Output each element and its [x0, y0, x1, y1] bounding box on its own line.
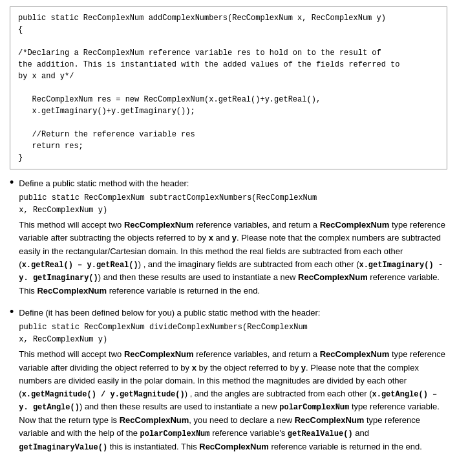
bullet-item-1: • Define a public static method with the…	[10, 177, 447, 298]
bold-span: y	[232, 233, 237, 243]
bullet-marker-1: •	[10, 176, 14, 189]
header-line2-1: x, RecComplexNum y)	[19, 204, 447, 217]
header-line2-2: x, RecComplexNum y)	[19, 334, 447, 346]
bold-code-span: polarComplexNum	[140, 429, 210, 438]
bullet-content-1: Define a public static method with the h…	[19, 177, 447, 298]
code-block: public static RecComplexNum addComplexNu…	[10, 6, 447, 169]
bold-code-span: x.getReal() – y.getReal()	[22, 261, 138, 270]
bullet-marker-2: •	[10, 305, 14, 319]
define-text-2: Define (it has been defined below for yo…	[19, 307, 447, 319]
bold-code-span: getRealValue()	[288, 429, 353, 438]
code-line-1: public static RecComplexNum addComplexNu…	[18, 14, 400, 162]
bold-span: RecComplexNum	[124, 349, 194, 359]
bold-span: RecComplexNum	[295, 415, 365, 425]
bullet-item-2: • Define (it has been defined below for …	[10, 307, 447, 453]
bold-span: y	[301, 363, 306, 373]
header-line1-2: public static RecComplexNum divideComple…	[19, 321, 447, 334]
bold-code-span: x.getMagnitude() / y.getMagnitude()	[22, 390, 185, 399]
bold-code-span: polarComplexNum	[279, 403, 349, 412]
bold-span: RecComplexNum	[120, 415, 189, 425]
define-text-1: Define a public static method with the h…	[19, 177, 447, 190]
bold-span: x	[192, 363, 197, 373]
bold-span: RecComplexNum	[199, 442, 269, 451]
body-text-1: This method will accept two RecComplexNu…	[19, 219, 447, 298]
bold-span: x	[209, 233, 213, 243]
bold-span: RecComplexNum	[320, 349, 390, 359]
bold-span: RecComplexNum	[298, 272, 368, 282]
bold-span: RecComplexNum	[37, 286, 107, 296]
bullet-content-2: Define (it has been defined below for yo…	[19, 307, 447, 453]
body-text-2: This method will accept two RecComplexNu…	[19, 348, 447, 453]
bold-span: RecComplexNum	[124, 220, 194, 230]
header-line1-1: public static RecComplexNum subtractComp…	[19, 192, 447, 204]
bold-span: RecComplexNum	[320, 220, 390, 230]
bold-code-span: getImaginaryValue()	[19, 443, 107, 452]
